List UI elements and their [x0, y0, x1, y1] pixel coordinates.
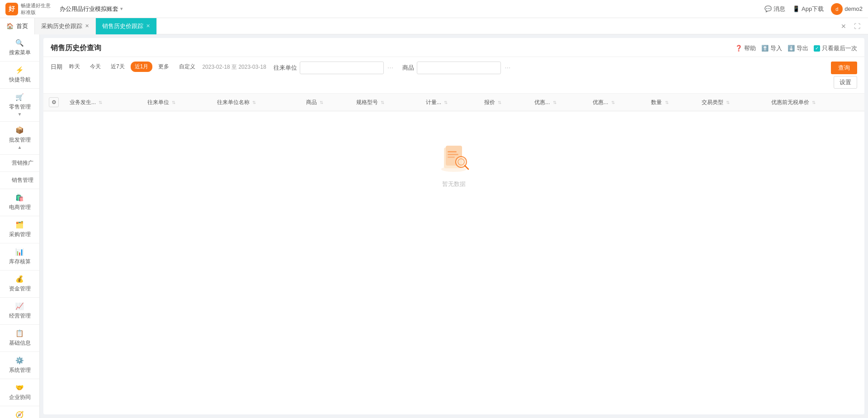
- sort-icon: ⇅: [611, 100, 615, 105]
- col-quote[interactable]: 报价 ⇅: [479, 94, 529, 111]
- col-partner-name[interactable]: 往来单位名称 ⇅: [212, 94, 301, 111]
- date-btn-custom[interactable]: 自定义: [175, 62, 199, 72]
- sidebar-item-sales-mgmt[interactable]: 销售管理: [0, 172, 39, 189]
- logo-text: 畅捷通好生意 标准版: [21, 2, 51, 15]
- col-unit[interactable]: 计量... ⇅: [420, 94, 479, 111]
- tab-home[interactable]: 🏠 首页: [0, 18, 35, 34]
- checkbox-icon: ✓: [814, 45, 820, 52]
- sort-icon: ⇅: [320, 100, 323, 105]
- sidebar-item-finance[interactable]: 💰 资金管理: [0, 271, 39, 298]
- inventory-icon: 📊: [15, 248, 24, 256]
- export-btn[interactable]: ⬇️ 导出: [788, 44, 808, 52]
- sidebar-item-system[interactable]: ⚙️ 系统管理: [0, 352, 39, 379]
- date-btn-7days[interactable]: 近7天: [107, 62, 129, 72]
- page-title: 销售历史价查询: [51, 43, 101, 53]
- page-header: 销售历史价查询 ❓ 帮助 ⬆️ 导入 ⬇️ 导出 ✓: [43, 38, 864, 57]
- download-icon: 📱: [793, 5, 800, 12]
- date-btn-today[interactable]: 今天: [86, 62, 105, 72]
- tab-actions: ✕ ⛶: [838, 21, 868, 32]
- date-btn-more[interactable]: 更多: [154, 62, 173, 72]
- date-options: 昨天 今天 近7天 近1月 更多 自定义: [65, 62, 199, 72]
- partner-input[interactable]: [300, 62, 384, 74]
- col-discount1[interactable]: 优惠... ⇅: [529, 94, 587, 111]
- sidebar-item-shortcut[interactable]: ⚡ 快捷导航: [0, 62, 39, 89]
- sort-icon: ⇅: [553, 100, 557, 105]
- only-last-checkbox[interactable]: ✓ 只看最后一次: [814, 44, 857, 52]
- tab-sales-history[interactable]: 销售历史价跟踪 ✕: [96, 18, 157, 34]
- sidebar-item-basic-info[interactable]: 📋 基础信息: [0, 325, 39, 352]
- date-btn-yesterday[interactable]: 昨天: [65, 62, 84, 72]
- sidebar-item-enterprise[interactable]: 🤝 企业协同: [0, 379, 39, 406]
- user-profile[interactable]: d demo2: [831, 3, 863, 15]
- col-goods[interactable]: 商品 ⇅: [301, 94, 351, 111]
- logo-icon: 好: [5, 3, 18, 15]
- ecommerce-icon: 🛍️: [15, 194, 24, 202]
- import-btn[interactable]: ⬆️ 导入: [761, 44, 782, 52]
- message-icon: 💬: [764, 5, 772, 12]
- partner-input-group: ···: [300, 62, 395, 74]
- chevron-up-icon: ▲: [18, 145, 22, 150]
- sidebar-item-guide[interactable]: 🧭 新手引导: [0, 406, 39, 418]
- page-actions: ❓ 帮助 ⬆️ 导入 ⬇️ 导出 ✓ 只看最后一次: [735, 44, 857, 52]
- finance-icon: 💰: [15, 275, 24, 283]
- sort-icon: ⇅: [172, 100, 175, 105]
- message-btn[interactable]: 💬 消息: [764, 5, 785, 13]
- empty-state: 暂无数据: [43, 111, 864, 215]
- sort-icon: ⇅: [444, 100, 448, 105]
- page-container: 销售历史价查询 ❓ 帮助 ⬆️ 导入 ⬇️ 导出 ✓: [43, 38, 864, 414]
- close-all-tabs-btn[interactable]: ✕: [838, 21, 849, 32]
- purchase-icon: 🗂️: [15, 221, 24, 229]
- col-settings: ⚙: [43, 94, 64, 111]
- col-qty[interactable]: 数量 ⇅: [646, 94, 696, 111]
- sort-icon: ⇅: [252, 100, 256, 105]
- topbar-right: 💬 消息 📱 App下载 d demo2: [764, 3, 863, 15]
- chevron-down-icon: ▼: [18, 112, 22, 117]
- tabbar: 🏠 首页 采购历史价跟踪 ✕ 销售历史价跟踪 ✕ ✕ ⛶: [0, 18, 868, 34]
- svg-rect-3: [448, 151, 457, 152]
- maximize-btn[interactable]: ⛶: [852, 21, 863, 32]
- app-selector[interactable]: 办公用品行业模拟账套 ▾: [60, 5, 123, 13]
- sidebar-item-purchase[interactable]: 🗂️ 采购管理: [0, 216, 39, 243]
- data-table: ⚙ 业务发生... ⇅ 往来单位 ⇅ 往来单位名称: [43, 94, 864, 111]
- column-settings-btn[interactable]: ⚙: [49, 97, 59, 107]
- col-trade-type[interactable]: 交易类型 ⇅: [696, 94, 766, 111]
- date-label: 日期: [51, 63, 62, 71]
- col-biz-date[interactable]: 业务发生... ⇅: [64, 94, 142, 111]
- sidebar-item-marketing[interactable]: 营销推广: [0, 155, 39, 172]
- tab-purchase-history[interactable]: 采购历史价跟踪 ✕: [35, 18, 96, 34]
- date-btn-1month[interactable]: 近1月: [131, 62, 153, 72]
- content-area: 销售历史价查询 ❓ 帮助 ⬆️ 导入 ⬇️ 导出 ✓: [40, 34, 868, 418]
- sidebar-item-wholesale[interactable]: 📦 批发管理 ▲: [0, 122, 39, 155]
- app-download-btn[interactable]: 📱 App下载: [793, 5, 824, 13]
- sidebar-item-retail[interactable]: 🛒 零售管理 ▼: [0, 89, 39, 122]
- help-btn[interactable]: ❓ 帮助: [735, 44, 756, 52]
- sidebar-item-operations[interactable]: 📈 经营管理: [0, 298, 39, 325]
- table-container: ⚙ 业务发生... ⇅ 往来单位 ⇅ 往来单位名称: [43, 94, 864, 414]
- sidebar-item-search[interactable]: 🔍 搜索菜单: [0, 34, 39, 62]
- col-discount2[interactable]: 优惠... ⇅: [587, 94, 646, 111]
- close-tab-purchase[interactable]: ✕: [85, 23, 89, 29]
- home-icon: 🏠: [6, 23, 14, 29]
- close-tab-sales[interactable]: ✕: [146, 23, 150, 29]
- sort-icon: ⇅: [812, 100, 816, 105]
- col-partner-code[interactable]: 往来单位 ⇅: [142, 94, 212, 111]
- table-header: ⚙ 业务发生... ⇅ 往来单位 ⇅ 往来单位名称: [43, 94, 864, 111]
- guide-icon: 🧭: [15, 411, 24, 418]
- col-pre-tax-price[interactable]: 优惠前无税单价 ⇅: [766, 94, 864, 111]
- goods-dots-btn[interactable]: ···: [503, 63, 512, 73]
- query-button[interactable]: 查询: [831, 62, 857, 74]
- sidebar-item-inventory[interactable]: 📊 库存核算: [0, 243, 39, 271]
- partner-label: 往来单位: [274, 64, 297, 72]
- goods-input[interactable]: [417, 62, 501, 74]
- import-icon: ⬆️: [761, 45, 769, 52]
- chevron-down-icon: ▾: [120, 6, 123, 12]
- col-spec[interactable]: 规格型号 ⇅: [351, 94, 420, 111]
- enterprise-icon: 🤝: [15, 384, 24, 392]
- settings-button[interactable]: 设置: [834, 76, 857, 89]
- date-filter-group: 日期 昨天 今天 近7天 近1月 更多 自定义 2023-02-18 至 202…: [51, 62, 266, 72]
- date-range: 2023-02-18 至 2023-03-18: [202, 63, 266, 71]
- wholesale-icon: 📦: [15, 126, 24, 134]
- empty-text: 暂无数据: [442, 180, 466, 188]
- sidebar-item-ecommerce[interactable]: 🛍️ 电商管理: [0, 189, 39, 216]
- partner-dots-btn[interactable]: ···: [386, 63, 395, 73]
